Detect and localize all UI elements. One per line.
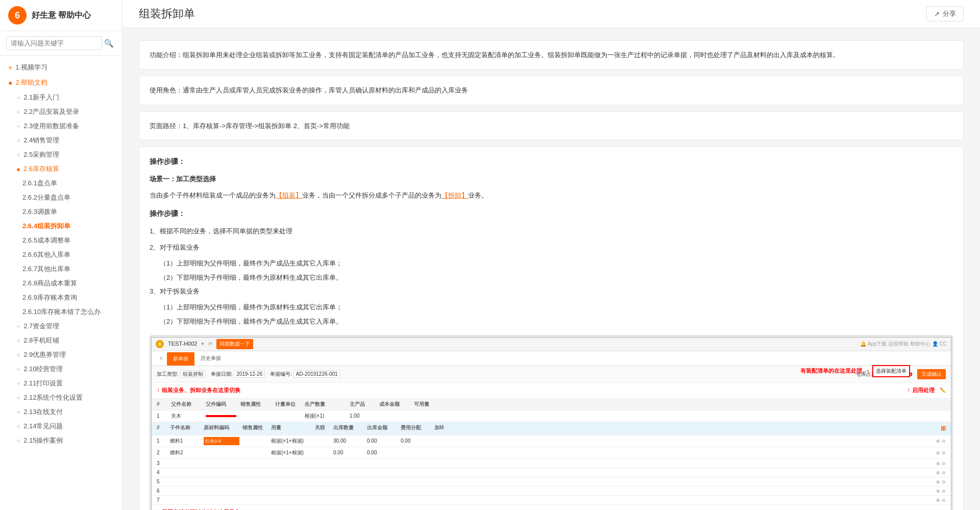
sim-t2-r1-num: 1	[157, 436, 167, 446]
sim-form-no: 单据编号: AD-20191226-001	[270, 370, 340, 379]
sidebar-item-cost-adjust[interactable]: 2.6.5成本调整单	[0, 233, 122, 248]
expand-icon: +	[8, 63, 12, 71]
sidebar-item-other-inbound[interactable]: 2.6.6其他入库单	[0, 248, 122, 262]
operations-card: 操作步骤： 场景一：加工类型选择 当由多个子件材料组装成一个成品的业务为【组装】…	[139, 147, 964, 510]
sidebar-item-assembly[interactable]: 2.6.4组装拆卸单	[0, 219, 122, 233]
path-desc: 页面路径：1、库存核算->库存管理->组装拆卸单 2、首页->常用功能	[150, 122, 350, 130]
expand-icon: +	[16, 93, 20, 102]
sidebar-item-stocktake[interactable]: 2.6.1盘点单	[0, 176, 122, 190]
sim-t2-th-child: 子件名称	[170, 423, 201, 434]
sidebar-item-label: 2.5采购管理	[23, 150, 59, 159]
sim-t2-r2-usage: 根据(×1+根据)	[271, 448, 312, 457]
sim-t2-th-fee: 费用分配	[401, 423, 431, 434]
sim-t2-th-m: 加M	[434, 423, 445, 434]
sidebar-item-personalize[interactable]: + 2.12系统个性化设置	[0, 391, 122, 405]
sidebar-item-help-docs[interactable]: ● 2.帮助文档	[0, 75, 122, 90]
sim-t2-th-num: #	[157, 423, 167, 434]
main-header: 组装拆卸单 ↗ 分享	[122, 0, 980, 28]
steps-section: 操作步骤： 1、根据不同的业务，选择不同单据的类型来处理 2、对于组装业务 （1…	[150, 207, 953, 327]
sim-th-sales: 销售属性	[240, 400, 271, 409]
sim-arrow3: ↑	[907, 385, 910, 396]
sidebar-item-label: 2.8手机旺铺	[23, 336, 59, 345]
sim-nav-icon: ≡	[156, 352, 167, 365]
step-2-sub-2: （2）下部明细为子件明细，最终作为原材料生成其它出库单。	[160, 272, 953, 283]
sidebar-item-print[interactable]: + 2.11打印设置	[0, 376, 122, 391]
sidebar-item-inventory-book[interactable]: 2.6.9库存账本查询	[0, 290, 122, 305]
collapse-icon: ●	[8, 79, 12, 87]
sidebar-item-inventory-fix[interactable]: 2.6.10库存账本错了怎么办	[0, 305, 122, 319]
sidebar-item-cost-recalc[interactable]: 2.6.8商品成本重算	[0, 276, 122, 290]
expand-icon: +	[16, 436, 20, 445]
main-content: 组装拆卸单 ↗ 分享 功能介绍：组装拆卸单用来处理企业组装或拆卸等加工业务，支持…	[122, 0, 980, 510]
sim-sync-btn: 同期数据一下	[216, 339, 253, 349]
sidebar-item-label: 2.14常见问题	[23, 422, 63, 431]
search-input[interactable]	[6, 36, 102, 50]
sidebar-item-label: 2.3使用前数据准备	[23, 122, 79, 131]
sidebar-item-purchase[interactable]: + 2.5采购管理	[0, 148, 122, 162]
sidebar-item-newcomer[interactable]: + 2.1新手入门	[0, 90, 122, 105]
share-button[interactable]: ↗ 分享	[926, 6, 964, 21]
link-disassembly[interactable]: 【拆卸】	[442, 191, 468, 199]
sim-edit-icon: ✏️	[940, 386, 946, 395]
sim-tab-history: 历史单据	[194, 352, 227, 365]
sim-t2-th-rel: 关联	[315, 423, 330, 434]
sim-t2-r1-edit-icons: ⊕ ⊖	[936, 437, 946, 445]
sim-th-unit: 计量单位	[275, 400, 301, 409]
sidebar-item-video[interactable]: + 1.视频学习	[0, 60, 122, 75]
sim-confirm-btn: 完成确认	[917, 369, 946, 379]
sim-icons: 🔔 App下载 启用帮助 帮助中心 👤 CC	[860, 339, 947, 349]
sidebar-item-label: 2.6库存核算	[23, 164, 59, 174]
sim-t2-r5-edit-icons: ⊕ ⊖	[936, 478, 946, 486]
sim-table2-row3: 3 ⊕ ⊖	[152, 459, 951, 468]
sim-t2-r5-num: 5	[157, 477, 167, 487]
sim-t2-r1-outamt: 0.00	[367, 436, 398, 446]
link-assembly[interactable]: 【组装】	[276, 191, 302, 199]
sim-table2-row2: 2 燃料2 根据(×1+根据) 0.00 0.00 ⊕ ⊖	[152, 447, 951, 459]
sim-t2-th-code: 原材料编码	[204, 423, 239, 434]
sidebar-item-inventory[interactable]: ● 2.6库存核算	[0, 162, 122, 176]
sidebar-item-online-pay[interactable]: + 2.13在线支付	[0, 405, 122, 419]
expand-icon: +	[16, 136, 20, 144]
sidebar-item-sales[interactable]: + 2.4销售管理	[0, 133, 122, 148]
sidebar-item-label: 1.视频学习	[15, 63, 47, 72]
sidebar-item-transfer[interactable]: 2.6.3调拨单	[0, 205, 122, 219]
sim-th-main: 主产品	[350, 400, 375, 409]
sim-t2-spacer	[448, 423, 938, 434]
sim-dropdown: ▾	[201, 339, 204, 349]
sim-topbar: 6 TEST-H002 ▾ ⟳ 同期数据一下 🔔 App下载 启用帮助 帮助中心…	[152, 337, 951, 351]
sim-th-pcode: 父件编码	[206, 400, 236, 409]
nav-tree: + 1.视频学习 ● 2.帮助文档 + 2.1新手入门 + 2.2产品安装及登录…	[0, 56, 122, 510]
sim-ann4-text: 无固定清单可以临时在这里录入	[162, 507, 240, 510]
sidebar-item-data-prep[interactable]: + 2.3使用前数据准备	[0, 119, 122, 133]
expand-icon: +	[16, 408, 20, 416]
sidebar-item-label: 2.帮助文档	[15, 78, 47, 87]
sim-t2-th-outqty: 出库数量	[333, 423, 364, 434]
sidebar-item-partial-stocktake[interactable]: 2.6.2分量盘点单	[0, 190, 122, 205]
sim-t2-r4-edit-icons: ⊕ ⊖	[936, 469, 946, 477]
sim-tab-new: 新单据	[167, 352, 194, 366]
sim-t2-r7-num: 7	[157, 496, 167, 505]
sim-t2-r2-name: 燃料2	[170, 448, 201, 457]
sidebar-item-coupon[interactable]: + 2.9优惠券管理	[0, 348, 122, 362]
sim-t2-th-outamt: 出库金额	[367, 423, 398, 434]
sim-t2-th-sales: 销售属性	[242, 423, 268, 434]
sidebar-item-mobile[interactable]: + 2.8手机旺铺	[0, 333, 122, 348]
sidebar-item-management[interactable]: + 2.10经营管理	[0, 362, 122, 376]
sidebar-item-faq[interactable]: + 2.14常见问题	[0, 419, 122, 433]
sim-t2-r7-edit-icons: ⊕ ⊖	[936, 496, 946, 504]
sim-table2-row5: 5 ⊕ ⊖	[152, 477, 951, 487]
function-intro-card: 功能介绍：组装拆卸单用来处理企业组装或拆卸等加工业务，支持有固定装配清单的产品加…	[139, 40, 964, 69]
expand-icon: +	[16, 336, 20, 345]
sidebar-item-install[interactable]: + 2.2产品安装及登录	[0, 105, 122, 119]
sidebar-item-finance[interactable]: + 2.7资金管理	[0, 319, 122, 333]
sidebar-item-label: 2.1新手入门	[23, 93, 59, 102]
sidebar-item-label: 2.13在线支付	[23, 407, 63, 417]
sidebar-item-cases[interactable]: + 2.15操作案例	[0, 433, 122, 448]
sim-no-val: AD-20191226-001	[293, 370, 340, 378]
sim-arrow4: ↑	[157, 507, 160, 510]
sim-logo: 6	[156, 340, 164, 348]
expand-icon: +	[16, 379, 20, 387]
sim-table2-row7: 7 ⊕ ⊖	[152, 496, 951, 505]
search-button[interactable]: 🔍	[102, 39, 116, 48]
sidebar-item-other-outbound[interactable]: 2.6.7其他出库单	[0, 262, 122, 276]
